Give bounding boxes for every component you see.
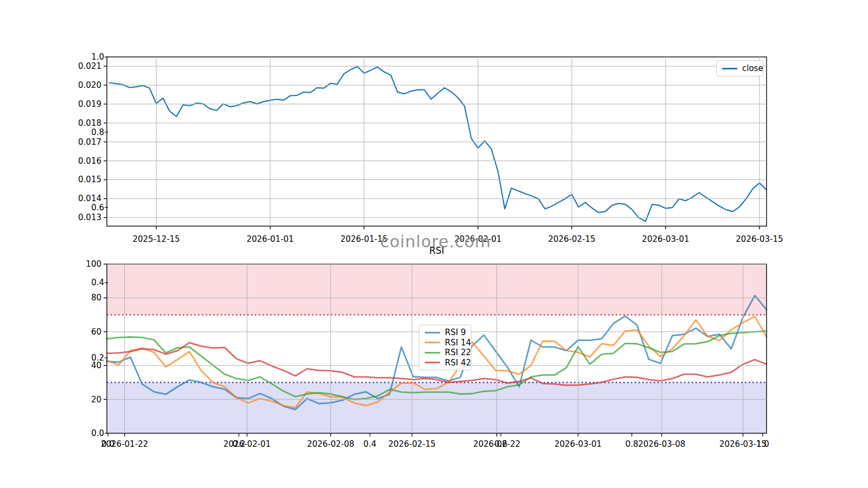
price-legend: close bbox=[716, 60, 763, 76]
hidden-y-tick-label: 0.0 bbox=[91, 428, 104, 438]
rsi14-legend-label: RSI 14 bbox=[445, 338, 471, 348]
y-tick-label: 0.017 bbox=[78, 137, 101, 147]
y-tick-label: 0.016 bbox=[78, 156, 101, 166]
hidden-x-tick-label: 1.0 bbox=[756, 439, 769, 449]
price-axis-labels: 0.0210.0200.0190.0180.0170.0160.0150.014… bbox=[78, 61, 783, 244]
legend-row-rsi14: RSI 14 bbox=[425, 338, 465, 348]
rsi42-legend-label: RSI 42 bbox=[445, 358, 471, 368]
x-tick-label: 2026-02-15 bbox=[548, 234, 595, 244]
close-line-swatch bbox=[722, 68, 737, 69]
y-tick-label: 80 bbox=[91, 293, 101, 303]
price-axes-frame bbox=[107, 57, 767, 226]
hidden-y-tick-label: 0.8 bbox=[91, 127, 104, 137]
legend-row-close: close bbox=[722, 63, 757, 74]
y-tick-label: 0.020 bbox=[78, 80, 101, 90]
rsi22-legend-label: RSI 22 bbox=[445, 348, 471, 357]
figure: 0.0210.0200.0190.0180.0170.0160.0150.014… bbox=[0, 0, 868, 488]
overbought-band bbox=[107, 264, 767, 315]
price-panel bbox=[107, 57, 767, 226]
x-tick-label: 2026-02-15 bbox=[388, 439, 436, 449]
y-tick-label: 60 bbox=[91, 327, 101, 337]
rsi9-line-swatch bbox=[425, 332, 440, 333]
x-tick-label: 2025-12-15 bbox=[132, 234, 180, 244]
hidden-y-tick-label: 0.6 bbox=[91, 203, 104, 213]
y-tick-label: 0.019 bbox=[78, 99, 101, 109]
rsi9-legend-label: RSI 9 bbox=[445, 328, 466, 337]
x-tick-label: 2026-03-08 bbox=[638, 439, 685, 449]
y-tick-label: 0.015 bbox=[78, 175, 101, 184]
y-tick-label: 0.013 bbox=[78, 213, 101, 222]
y-tick-label: 0.021 bbox=[78, 61, 101, 71]
hidden-x-tick-label: 0.8 bbox=[626, 439, 639, 449]
y-tick-label: 100 bbox=[86, 259, 101, 269]
hidden-y-tick-label: 0.2 bbox=[91, 353, 104, 363]
hidden-x-tick-label: 0.4 bbox=[363, 439, 376, 449]
oversold-band bbox=[107, 382, 767, 433]
hidden-x-tick-label: 0.2 bbox=[232, 439, 245, 449]
x-tick-label: 2026-01-01 bbox=[246, 234, 293, 244]
x-tick-label: 2026-02-08 bbox=[307, 439, 354, 449]
x-tick-label: 2026-02-01 bbox=[224, 439, 271, 449]
rsi-legend: RSI 9 RSI 14 RSI 22 RSI 42 bbox=[419, 325, 471, 370]
x-tick-label: 2026-03-15 bbox=[736, 234, 783, 244]
x-tick-label: 2026-03-01 bbox=[642, 234, 689, 244]
rsi42-line-swatch bbox=[425, 362, 440, 363]
hidden-y-tick-label: 1.0 bbox=[91, 52, 104, 62]
price-grid bbox=[107, 57, 767, 226]
y-tick-label: 20 bbox=[91, 395, 101, 404]
hidden-x-tick-label: 0.0 bbox=[101, 439, 114, 449]
rsi14-line-swatch bbox=[425, 342, 440, 343]
x-tick-label: 2026-03-01 bbox=[554, 439, 602, 449]
y-tick-label: 0.018 bbox=[78, 118, 101, 128]
legend-row-rsi22: RSI 22 bbox=[425, 348, 465, 358]
hidden-y-tick-label: 0.4 bbox=[91, 278, 104, 287]
hidden-x-tick-label: 0.6 bbox=[494, 439, 507, 449]
legend-row-rsi9: RSI 9 bbox=[425, 328, 465, 338]
rsi-panel-title: RSI bbox=[328, 245, 545, 256]
close-legend-label: close bbox=[742, 63, 763, 73]
close-line bbox=[110, 66, 767, 221]
rsi22-line-swatch bbox=[425, 352, 440, 354]
legend-row-rsi42: RSI 42 bbox=[425, 358, 465, 368]
